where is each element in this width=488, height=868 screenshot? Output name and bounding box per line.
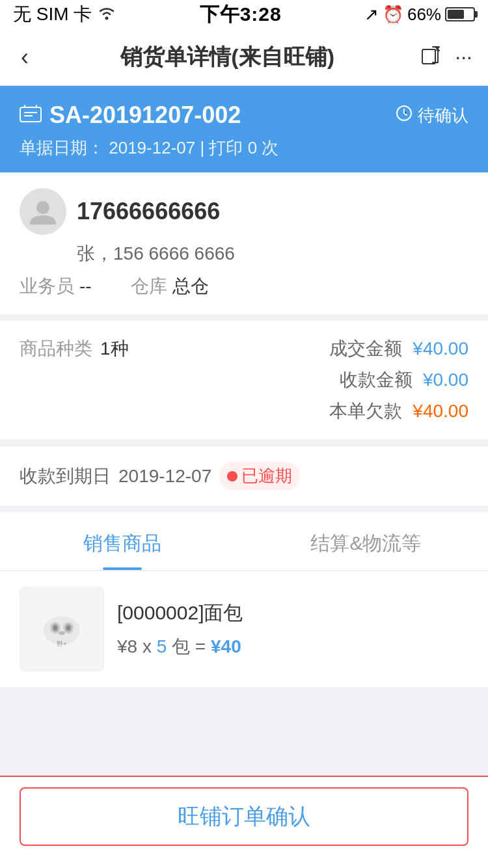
svg-rect-2: [20, 107, 41, 122]
wifi-icon: [97, 4, 116, 25]
banner-date-row: 单据日期： 2019-12-07 | 打印 0 次: [20, 137, 468, 159]
customer-phone: 17666666666: [77, 198, 220, 225]
tabs-section: 销售商品 结算&物流等: [0, 512, 488, 571]
back-button[interactable]: ‹: [16, 38, 34, 76]
status-bar: 无 SIM 卡 下午3:28 ↗ ⏰ 66%: [0, 0, 488, 29]
customer-meta-row: 业务员 -- 仓库 总仓: [20, 274, 468, 299]
order-id-text: SA-20191207-002: [49, 102, 241, 129]
quantity-value: 5: [157, 636, 167, 657]
header-banner: SA-20191207-002 待确认 单据日期： 2019-12-07 | 打…: [0, 86, 488, 172]
product-section: 野+ [0000002]面包 ¥8 x 5 包 = ¥40: [0, 571, 488, 687]
product-name: [0000002]面包: [117, 600, 468, 627]
status-right-icons: ↗ ⏰ 66%: [364, 5, 475, 25]
deal-amount-value: ¥40.00: [413, 338, 468, 359]
svg-point-0: [105, 17, 109, 20]
product-formula: ¥8 x 5 包 = ¥40: [117, 634, 468, 659]
status-time: 下午3:28: [200, 1, 282, 28]
svg-point-12: [53, 626, 57, 631]
bottom-bar: 旺铺订单确认: [0, 776, 488, 868]
overdue-badge: 已逾期: [219, 462, 300, 490]
product-image: 野+: [20, 587, 104, 671]
svg-point-6: [36, 201, 49, 214]
svg-point-13: [66, 626, 70, 631]
battery-percent: 66%: [407, 5, 441, 25]
svg-rect-1: [422, 49, 435, 64]
banner-top-row: SA-20191207-002 待确认: [20, 102, 468, 129]
status-text: 待确认: [418, 104, 468, 127]
share-icon[interactable]: [421, 44, 442, 70]
product-type-label: 商品种类: [20, 336, 92, 361]
receipt-amount-row: 收款金额 ¥0.00: [340, 368, 468, 392]
product-type-value: 1种: [100, 336, 129, 361]
nav-actions: ···: [421, 44, 472, 70]
owed-amount-label: 本单欠款: [329, 399, 402, 424]
owed-amount-value: ¥40.00: [413, 401, 468, 422]
customer-main-row: 17666666666: [20, 188, 468, 235]
status-carrier: 无 SIM 卡: [13, 2, 116, 27]
amounts-group: 成交金额 ¥40.00 收款金额 ¥0.00 本单欠款 ¥40.00: [329, 336, 468, 424]
warehouse-label: 仓库: [131, 274, 167, 299]
product-total: ¥40: [211, 636, 241, 657]
order-icon: [20, 102, 42, 129]
owed-amount-row: 本单欠款 ¥40.00: [329, 399, 468, 424]
tab-settlement[interactable]: 结算&物流等: [244, 512, 488, 570]
receipt-amount-label: 收款金额: [340, 368, 413, 392]
more-icon[interactable]: ···: [455, 45, 472, 69]
product-item: 野+ [0000002]面包 ¥8 x 5 包 = ¥40: [20, 587, 468, 671]
svg-text:野+: 野+: [57, 640, 67, 647]
product-type-group: 商品种类 1种: [20, 336, 129, 361]
product-info: [0000002]面包 ¥8 x 5 包 = ¥40: [117, 600, 468, 659]
overdue-text: 已逾期: [241, 465, 292, 487]
svg-point-14: [59, 631, 65, 635]
nav-bar: ‹ 销货单详情(来自旺铺) ···: [0, 29, 488, 86]
duedate-section: 收款到期日 2019-12-07 已逾期: [0, 446, 488, 506]
customer-name-phone: 张，156 6666 6666: [77, 241, 468, 266]
duedate-label: 收款到期日: [20, 464, 111, 489]
order-status: 待确认: [396, 104, 468, 127]
tab-sales-products[interactable]: 销售商品: [0, 512, 244, 570]
carrier-text: 无 SIM 卡: [13, 2, 92, 27]
warehouse-item: 仓库 总仓: [131, 274, 209, 299]
warehouse-value: 总仓: [172, 274, 209, 299]
order-id-row: SA-20191207-002: [20, 102, 241, 129]
alarm-icon: ⏰: [383, 5, 403, 25]
battery-icon: [445, 7, 475, 21]
summary-section: 商品种类 1种 成交金额 ¥40.00 收款金额 ¥0.00 本单欠款 ¥40.…: [0, 321, 488, 439]
overdue-dot-icon: [227, 471, 237, 481]
avatar: [20, 188, 66, 235]
confirm-order-button[interactable]: 旺铺订单确认: [20, 787, 468, 846]
salesperson-item: 业务员 --: [20, 274, 92, 299]
salesperson-label: 业务员: [20, 274, 74, 299]
deal-amount-row: 成交金额 ¥40.00: [329, 336, 468, 361]
location-icon: ↗: [364, 5, 379, 25]
page-title: 销货单详情(来自旺铺): [120, 42, 334, 72]
customer-section: 17666666666 张，156 6666 6666 业务员 -- 仓库 总仓: [0, 172, 488, 314]
deal-amount-label: 成交金额: [329, 336, 402, 361]
receipt-amount-value: ¥0.00: [423, 370, 468, 390]
duedate-value: 2019-12-07: [118, 466, 211, 487]
salesperson-value: --: [79, 276, 92, 297]
clock-icon: [396, 105, 413, 126]
